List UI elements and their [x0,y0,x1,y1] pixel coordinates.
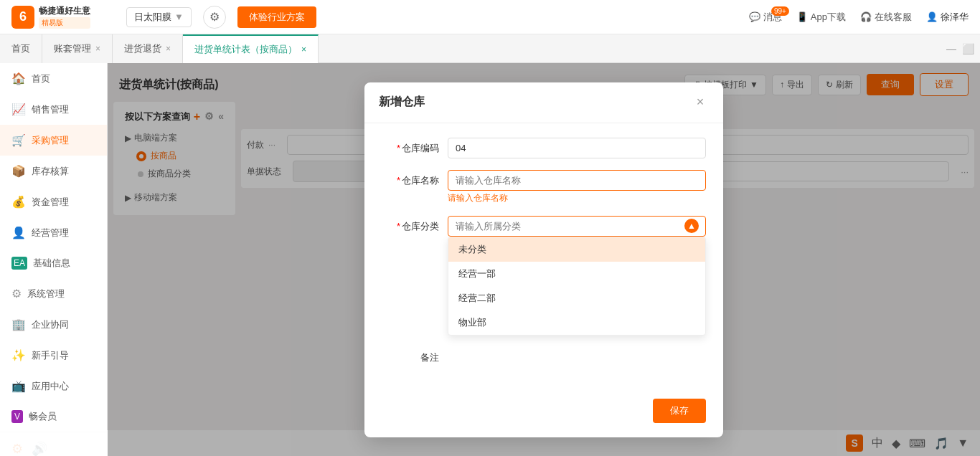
form-row-category: *仓库分类 ▲ 未分类 经营一部 经营二部 [382,216,706,336]
close-icon[interactable]: × [166,44,171,54]
vip-icon: V [11,410,23,423]
form-row-name: *仓库名称 请输入仓库名称 [382,170,706,204]
tab-window-controls: — ⬜ [946,43,980,54]
guide-icon: ✨ [11,348,26,362]
app-download-item[interactable]: 📱 App下载 [796,11,846,24]
sidebar-item-enterprise[interactable]: 🏢 企业协同 [0,309,107,340]
app-logo-icon: 6 [11,6,34,29]
form-row-note: 备注 [382,347,706,364]
gear-button[interactable]: ⚙ [203,6,226,29]
user-icon: 👤 [926,11,938,22]
inventory-icon: 📦 [11,164,26,178]
app-center-icon: 📺 [11,379,26,393]
dialog-body: *仓库编码 *仓库名称 请输入仓库名称 [364,123,723,390]
message-item[interactable]: 💬 消息 99+ [749,11,782,24]
dropdown-item-dept3[interactable]: 物业部 [448,310,705,335]
sales-icon: 📈 [11,103,26,116]
sidebar-item-guide[interactable]: ✨ 新手引导 [0,340,107,371]
category-select-wrap: ▲ [448,216,706,237]
top-right: 💬 消息 99+ 📱 App下载 🎧 在线客服 👤 徐泽华 [749,11,969,24]
minimize-icon[interactable]: — [946,43,956,54]
dropdown-item-dept1[interactable]: 经营一部 [448,262,705,286]
system-icon: ⚙ [11,287,22,300]
warehouse-code-input[interactable] [448,138,706,158]
sidebar-item-finance[interactable]: 💰 资金管理 [0,186,107,217]
basic-info-icon: EA [11,257,27,270]
dropdown-item-uncategorized[interactable]: 未分类 [448,237,705,262]
tab-purchase-stats[interactable]: 进货单统计表（按商品） × [183,34,319,63]
name-field: 请输入仓库名称 [448,170,706,204]
top-actions: ⚙ 体验行业方案 [203,6,316,29]
sidebar: 🏠 首页 📈 销售管理 🛒 采购管理 📦 库存核算 💰 资金管理 👤 经营管理 … [0,63,108,456]
logo-text: 畅捷通好生意 精易版 [39,5,90,29]
sidebar-item-app-center[interactable]: 📺 应用中心 [0,371,107,402]
code-field [448,138,706,158]
online-service-item[interactable]: 🎧 在线客服 [860,11,912,24]
content-area: 进货单统计(按商品) 🖨 按模板打印 ▼ ↑ 导出 ↻ 刷新 查询 设置 [108,63,980,456]
tab-home[interactable]: 首页 [0,34,42,63]
headset-icon: 🎧 [860,11,872,22]
finance-icon: 💰 [11,195,26,209]
phone-icon: 📱 [796,11,808,22]
form-row-code: *仓库编码 [382,138,706,158]
operation-icon: 👤 [11,226,26,239]
dialog-header: 新增仓库 × [364,82,723,123]
enterprise-icon: 🏢 [11,318,26,331]
sidebar-item-inventory[interactable]: 📦 库存核算 [0,156,107,186]
sidebar-item-sales[interactable]: 📈 销售管理 [0,94,107,125]
note-label: 备注 [382,347,439,364]
name-error-msg: 请输入仓库名称 [448,192,706,204]
close-icon[interactable]: × [301,44,306,54]
warehouse-name-input[interactable] [448,170,706,191]
code-label: *仓库编码 [382,138,439,155]
tab-return[interactable]: 进货退货 × [113,34,183,63]
main-layout: 🏠 首页 📈 销售管理 🛒 采购管理 📦 库存核算 💰 资金管理 👤 经营管理 … [0,63,980,456]
category-input[interactable] [448,216,706,237]
chevron-up-icon[interactable]: ▲ [684,219,699,233]
dialog-close-button[interactable]: × [692,94,709,111]
dropdown-item-dept2[interactable]: 经营二部 [448,286,705,310]
category-dropdown: 未分类 经营一部 经营二部 物业部 [448,237,706,336]
dialog-overlay: 新增仓库 × *仓库编码 [108,63,980,456]
tab-account[interactable]: 账套管理 × [42,34,113,63]
sidebar-item-system[interactable]: ⚙ 系统管理 [0,278,107,309]
new-warehouse-dialog: 新增仓库 × *仓库编码 [364,82,723,437]
dialog-footer: 保存 [364,390,723,437]
purchase-icon: 🛒 [11,133,26,147]
name-label: *仓库名称 [382,170,439,187]
sidebar-item-vip[interactable]: V 畅会员 [0,402,107,432]
top-bar: 6 畅捷通好生意 精易版 日太阳膜 ▼ ⚙ 体验行业方案 💬 消息 99+ 📱 … [0,0,980,34]
sidebar-item-purchase[interactable]: 🛒 采购管理 [0,125,107,156]
sidebar-item-operation[interactable]: 👤 经营管理 [0,217,107,248]
save-button[interactable]: 保存 [653,399,706,423]
category-label: *仓库分类 [382,216,439,233]
home-icon: 🏠 [11,72,26,85]
category-field: ▲ 未分类 经营一部 经营二部 物业部 [448,216,706,336]
trial-button[interactable]: 体验行业方案 [237,6,316,28]
logo-area: 6 畅捷通好生意 精易版 [11,5,119,29]
tab-bar: 首页 账套管理 × 进货退货 × 进货单统计表（按商品） × — ⬜ [0,34,980,63]
user-item[interactable]: 👤 徐泽华 [926,11,969,24]
close-icon[interactable]: × [95,44,100,54]
store-selector[interactable]: 日太阳膜 ▼ [126,7,192,27]
dialog-title: 新增仓库 [379,95,425,110]
message-icon: 💬 [749,11,760,22]
maximize-icon[interactable]: ⬜ [962,43,974,54]
sidebar-item-basic-info[interactable]: EA 基础信息 [0,248,107,278]
sidebar-item-home[interactable]: 🏠 首页 [0,63,107,94]
chevron-down-icon: ▼ [174,11,184,22]
